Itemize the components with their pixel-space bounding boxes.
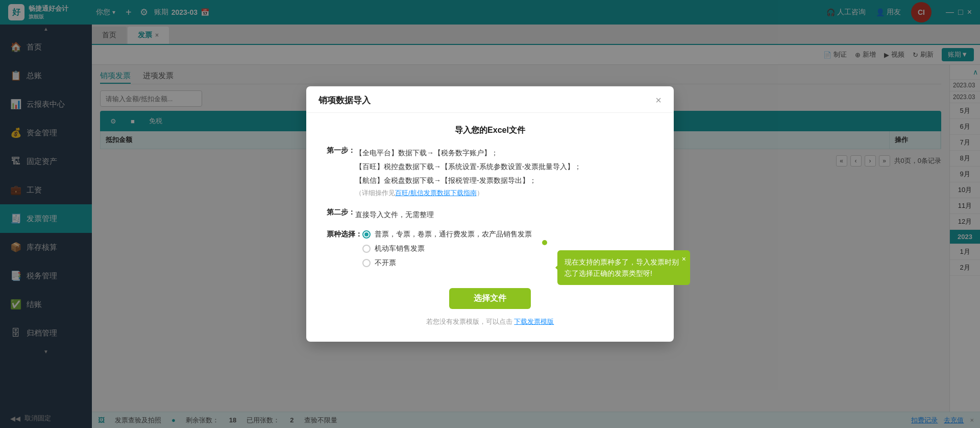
modal-header: 销项数据导入 × xyxy=(306,86,674,113)
radio-group: 普票，专票，卷票，通行费发票，农产品销售发票 机动车销售发票 不开票 xyxy=(362,230,532,268)
footer-text: 若您没有发票模版，可以点击 xyxy=(426,318,512,325)
ticket-type-section: 票种选择： 普票，专票，卷票，通行费发票，农产品销售发票 机动车销售发票 不开票 xyxy=(327,230,653,278)
radio-noticket-circle xyxy=(362,259,371,267)
step-1-line-3: 【航信】金税盘数据下载→【报税管理-发票数据导出】； xyxy=(355,174,581,187)
tooltip-text: 现在支持的票种多了，导入发票时别忘了选择正确的发票类型呀! xyxy=(565,258,679,277)
modal-overlay: 销项数据导入 × 导入您的Excel文件 第一步： 【全电平台】数据下载→【税务… xyxy=(0,0,980,428)
radio-noticket-label: 不开票 xyxy=(375,258,396,268)
modal-body: 导入您的Excel文件 第一步： 【全电平台】数据下载→【税务数字账户】； 【百… xyxy=(306,113,674,341)
tooltip-dot xyxy=(542,240,547,245)
radio-motor-circle xyxy=(362,245,371,253)
modal-section-title: 导入您的Excel文件 xyxy=(327,125,653,136)
step-2-key: 第二步： xyxy=(327,208,355,222)
step-2-content: 直接导入文件，无需整理 xyxy=(355,208,434,222)
import-modal: 销项数据导入 × 导入您的Excel文件 第一步： 【全电平台】数据下载→【税务… xyxy=(306,86,674,341)
step-1-line-1: 【全电平台】数据下载→【税务数字账户】； xyxy=(355,146,581,160)
radio-normal[interactable]: 普票，专票，卷票，通行费发票，农产品销售发票 xyxy=(362,230,532,239)
radio-normal-circle xyxy=(362,230,371,239)
step-1-content: 【全电平台】数据下载→【税务数字账户】； 【百旺】税控盘数据下载→【系统设置-系… xyxy=(355,146,581,199)
step-1-key: 第一步： xyxy=(327,146,355,199)
tooltip-close-btn[interactable]: × xyxy=(682,253,686,265)
radio-noticket[interactable]: 不开票 xyxy=(362,258,532,268)
modal-title: 销项数据导入 xyxy=(318,94,371,106)
tooltip-bubble: × 现在支持的票种多了，导入发票时别忘了选择正确的发票类型呀! xyxy=(557,250,690,286)
ticket-type-label: 票种选择： xyxy=(327,230,362,239)
step-1-line-2: 【百旺】税控盘数据下载→【系统设置-系统参数设置-发票批量导入】； xyxy=(355,160,581,174)
modal-footer: 若您没有发票模版，可以点击 下载发票模版 xyxy=(327,317,653,326)
radio-motor[interactable]: 机动车销售发票 xyxy=(362,244,532,253)
tooltip-container: × 现在支持的票种多了，导入发票时别忘了选择正确的发票类型呀! xyxy=(542,230,547,245)
modal-close-btn[interactable]: × xyxy=(655,94,662,106)
download-template-link[interactable]: 下载发票模版 xyxy=(514,318,554,325)
step-1-note: （详细操作见百旺/航信发票数据下载指南） xyxy=(355,187,581,200)
radio-normal-label: 普票，专票，卷票，通行费发票，农产品销售发票 xyxy=(375,230,532,239)
step-2-row: 第二步： 直接导入文件，无需整理 xyxy=(327,208,653,222)
radio-motor-label: 机动车销售发票 xyxy=(375,244,425,253)
select-file-btn[interactable]: 选择文件 xyxy=(449,288,531,309)
guide-link[interactable]: 百旺/航信发票数据下载指南 xyxy=(395,189,477,197)
step-1-row: 第一步： 【全电平台】数据下载→【税务数字账户】； 【百旺】税控盘数据下载→【系… xyxy=(327,146,653,199)
